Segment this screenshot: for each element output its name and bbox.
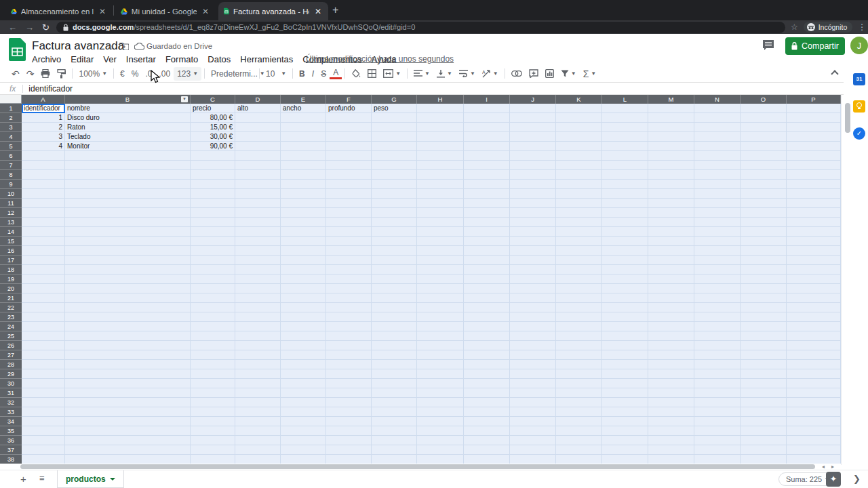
cell-G22[interactable] (372, 303, 417, 312)
cell-B11[interactable] (65, 199, 191, 208)
cell-N16[interactable] (694, 246, 741, 256)
cell-O12[interactable] (741, 208, 787, 218)
cell-P8[interactable] (787, 170, 841, 180)
cell-N8[interactable] (694, 170, 741, 180)
cell-P21[interactable] (787, 293, 841, 303)
row-header-12[interactable]: 12 (0, 208, 22, 218)
cell-D6[interactable] (235, 151, 281, 161)
cell-P36[interactable] (787, 436, 841, 445)
row-header-8[interactable]: 8 (0, 170, 22, 180)
cell-M15[interactable] (648, 237, 694, 246)
cell-B35[interactable] (65, 426, 191, 436)
cell-E14[interactable] (281, 227, 326, 237)
row-header-28[interactable]: 28 (0, 360, 22, 369)
cell-I31[interactable] (464, 388, 510, 398)
cell-N3[interactable] (694, 123, 741, 132)
cell-H7[interactable] (417, 161, 464, 170)
format-percent-button[interactable]: % (128, 67, 142, 81)
cell-A32[interactable] (22, 398, 65, 407)
cell-I7[interactable] (464, 161, 510, 170)
cell-L9[interactable] (602, 180, 648, 189)
cell-O33[interactable] (741, 407, 787, 417)
cell-P34[interactable] (787, 417, 841, 426)
cell-C2[interactable]: 80,00 € (191, 113, 235, 123)
column-header-G[interactable]: G (372, 95, 417, 104)
cell-H31[interactable] (417, 388, 464, 398)
cell-I37[interactable] (464, 445, 510, 455)
italic-button[interactable]: I (309, 67, 317, 81)
cell-O6[interactable] (741, 151, 787, 161)
cell-J9[interactable] (510, 180, 556, 189)
cell-D26[interactable] (235, 341, 281, 350)
cell-L26[interactable] (602, 341, 648, 350)
cell-L10[interactable] (602, 189, 648, 199)
cell-I12[interactable] (464, 208, 510, 218)
cell-I19[interactable] (464, 274, 510, 284)
cell-D18[interactable] (235, 265, 281, 274)
cell-G7[interactable] (372, 161, 417, 170)
cell-F31[interactable] (326, 388, 372, 398)
cell-A37[interactable] (22, 445, 65, 455)
cell-F14[interactable] (326, 227, 372, 237)
cell-J21[interactable] (510, 293, 556, 303)
cell-E5[interactable] (281, 142, 326, 151)
cell-K35[interactable] (556, 426, 602, 436)
scroll-left-icon[interactable]: ◂ (822, 464, 825, 470)
cell-H1[interactable] (417, 104, 464, 113)
cell-C38[interactable] (191, 455, 235, 464)
cell-J4[interactable] (510, 132, 556, 142)
cell-L18[interactable] (602, 265, 648, 274)
cell-K37[interactable] (556, 445, 602, 455)
cell-I10[interactable] (464, 189, 510, 199)
cell-G11[interactable] (372, 199, 417, 208)
column-header-E[interactable]: E (281, 95, 326, 104)
cell-F10[interactable] (326, 189, 372, 199)
cell-C26[interactable] (191, 341, 235, 350)
cell-I16[interactable] (464, 246, 510, 256)
cell-N30[interactable] (694, 379, 741, 388)
cell-H11[interactable] (417, 199, 464, 208)
cell-L12[interactable] (602, 208, 648, 218)
cell-J23[interactable] (510, 312, 556, 322)
cell-D28[interactable] (235, 360, 281, 369)
cell-L15[interactable] (602, 237, 648, 246)
cell-G29[interactable] (372, 369, 417, 379)
cell-M7[interactable] (648, 161, 694, 170)
cell-E12[interactable] (281, 208, 326, 218)
cell-B8[interactable] (65, 170, 191, 180)
cell-A14[interactable] (22, 227, 65, 237)
cell-O9[interactable] (741, 180, 787, 189)
cell-O29[interactable] (741, 369, 787, 379)
cell-J27[interactable] (510, 350, 556, 360)
cell-B6[interactable] (65, 151, 191, 161)
cell-G8[interactable] (372, 170, 417, 180)
cell-A27[interactable] (22, 350, 65, 360)
cell-K23[interactable] (556, 312, 602, 322)
cell-C35[interactable] (191, 426, 235, 436)
tab-close-icon[interactable]: ✕ (313, 7, 323, 16)
row-header-20[interactable]: 20 (0, 284, 22, 293)
cell-F24[interactable] (326, 322, 372, 331)
cell-I1[interactable] (464, 104, 510, 113)
cell-I38[interactable] (464, 455, 510, 464)
row-header-37[interactable]: 37 (0, 445, 22, 455)
cell-O14[interactable] (741, 227, 787, 237)
cell-K9[interactable] (556, 180, 602, 189)
cell-I36[interactable] (464, 436, 510, 445)
cell-A16[interactable] (22, 246, 65, 256)
cell-L37[interactable] (602, 445, 648, 455)
cell-M5[interactable] (648, 142, 694, 151)
cell-O1[interactable] (741, 104, 787, 113)
cell-E10[interactable] (281, 189, 326, 199)
cell-E23[interactable] (281, 312, 326, 322)
cell-G9[interactable] (372, 180, 417, 189)
cell-B25[interactable] (65, 331, 191, 341)
cell-G35[interactable] (372, 426, 417, 436)
cell-H12[interactable] (417, 208, 464, 218)
cell-L28[interactable] (602, 360, 648, 369)
cell-E28[interactable] (281, 360, 326, 369)
cell-I25[interactable] (464, 331, 510, 341)
cell-J13[interactable] (510, 218, 556, 227)
column-header-O[interactable]: O (741, 95, 787, 104)
cell-H34[interactable] (417, 417, 464, 426)
